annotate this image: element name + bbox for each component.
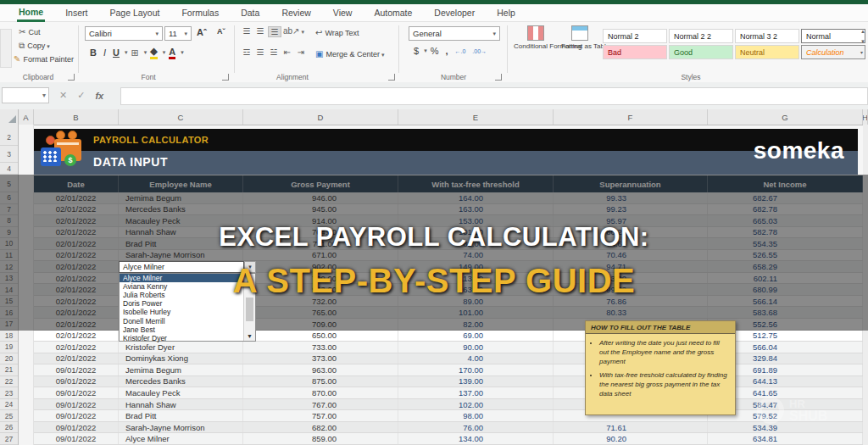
cell-tax-free-threshold[interactable]: 102.00 (398, 399, 554, 410)
cell-style-good[interactable]: Good (669, 45, 733, 59)
column-header-e[interactable]: E (398, 109, 554, 125)
cell-gross-payment[interactable]: 682.00 (243, 422, 398, 433)
ribbon-tab-insert[interactable]: Insert (64, 5, 89, 20)
cell-employee-name[interactable]: Dominykas Xiong (119, 353, 243, 364)
decrease-indent-button[interactable]: ⇤ (281, 47, 293, 57)
row-header-19[interactable]: 19 (0, 342, 18, 353)
cell-style-normal[interactable]: Normal (801, 29, 865, 43)
shrink-font-button[interactable]: Aˇ (217, 27, 225, 36)
wrap-text-button[interactable]: ↩Wrap Text (315, 28, 359, 37)
cell-date[interactable]: 09/01/2022 (34, 387, 119, 398)
cell-date[interactable]: 09/01/2022 (34, 422, 119, 433)
cell-style-normal-2[interactable]: Normal 2 (603, 29, 667, 43)
paste-button-clipped[interactable] (0, 29, 12, 68)
row-header-20[interactable]: 20 (0, 353, 18, 365)
cell-style-neutral[interactable]: Neutral (735, 45, 799, 59)
row-header-26[interactable]: 26 (0, 422, 18, 434)
format-as-table-button[interactable]: Format as Table (561, 25, 598, 50)
cell-gross-payment[interactable]: 767.00 (243, 399, 398, 410)
cut-button[interactable]: ✂Cut (19, 27, 40, 36)
row-header-27[interactable]: 27 (0, 433, 18, 445)
cell-employee-name[interactable]: Alyce Milner (119, 433, 243, 444)
dropdown-item-kristofer-dyer[interactable]: Kristofer Dyer (120, 334, 243, 342)
cell-employee-name[interactable]: Hannah Shaw (119, 399, 243, 410)
cell-employee-name[interactable]: Sarah-Jayne Morrison (119, 422, 243, 433)
dropdown-item-doris-power[interactable]: Doris Power (120, 299, 243, 308)
ribbon-tab-help[interactable]: Help (495, 5, 517, 20)
column-header-f[interactable]: F (554, 109, 708, 125)
cell-employee-name[interactable]: Jemima Begum (119, 364, 243, 375)
decrease-decimal-button[interactable]: .00→ (472, 48, 487, 54)
insert-function-icon[interactable]: fx (95, 91, 103, 101)
cell-superannuation[interactable]: 90.20 (554, 433, 708, 444)
column-header-c[interactable]: C (119, 109, 243, 125)
font-size-combo[interactable]: 11▾ (164, 26, 192, 41)
number-format-combo[interactable]: General▾ (409, 26, 500, 41)
comma-style-button[interactable]: , (445, 46, 448, 56)
cell-superannuation[interactable]: 71.61 (554, 422, 708, 433)
copy-button[interactable]: ⧉Copy▾ (19, 41, 50, 51)
conditional-formatting-button[interactable]: Conditional Formatting (514, 25, 558, 50)
cell-tax-free-threshold[interactable]: 139.00 (398, 376, 554, 387)
accounting-format-button[interactable]: $ (414, 46, 419, 56)
font-dialog-launcher[interactable] (222, 74, 229, 81)
align-top-button[interactable]: ☰ (241, 26, 253, 37)
increase-decimal-button[interactable]: ←.0 (454, 48, 465, 54)
align-left-button[interactable]: ☲ (241, 47, 253, 57)
cell-employee-name[interactable]: Mercedes Banks (119, 376, 243, 387)
cell-employee-name[interactable]: Macauley Peck (119, 387, 243, 398)
column-header-h[interactable]: H (863, 109, 868, 125)
column-header-d[interactable]: D (243, 109, 398, 125)
alignment-dialog-launcher[interactable] (388, 74, 395, 81)
row-header-24[interactable]: 24 (0, 399, 18, 411)
cell-date[interactable]: 09/01/2022 (34, 399, 119, 410)
cell-gross-payment[interactable]: 875.00 (243, 376, 398, 387)
ribbon-tab-automate[interactable]: Automate (372, 5, 414, 20)
cancel-icon[interactable]: ✕ (59, 90, 67, 101)
row-header-3[interactable]: 3 (0, 146, 18, 163)
enter-icon[interactable]: ✓ (77, 90, 85, 101)
ribbon-tab-developer[interactable]: Developer (432, 5, 476, 20)
font-color-button[interactable]: A (169, 47, 175, 59)
font-name-combo[interactable]: Calibri▾ (85, 26, 163, 41)
cell-date[interactable]: 09/01/2022 (34, 433, 119, 444)
select-all-corner[interactable] (0, 109, 19, 125)
column-header-g[interactable]: G (708, 109, 863, 125)
cell-gross-payment[interactable]: 733.00 (243, 342, 398, 353)
cell-employee-name[interactable]: Kristofer Dyer (119, 342, 243, 353)
cell-style-calculation[interactable]: Calculation (801, 45, 865, 59)
italic-button[interactable]: I (103, 47, 106, 58)
cell-tax-free-threshold[interactable]: 134.00 (398, 433, 554, 444)
cell-net-income[interactable]: 634.81 (708, 433, 863, 444)
ribbon-tab-formulas[interactable]: Formulas (180, 5, 220, 20)
gallery-up-icon[interactable]: ▲ (860, 29, 867, 34)
cell-date[interactable]: 02/01/2022 (34, 353, 119, 364)
dropdown-scroll-down-icon[interactable]: ▼ (244, 331, 255, 341)
cell-gross-payment[interactable]: 373.00 (243, 353, 398, 364)
cell-date[interactable]: 09/01/2022 (34, 364, 119, 375)
cell-date[interactable]: 09/01/2022 (34, 410, 119, 421)
align-middle-button[interactable]: ☰ (254, 26, 266, 37)
align-right-button[interactable]: ☱ (268, 47, 280, 57)
dropdown-item-jane-best[interactable]: Jane Best (120, 325, 243, 334)
cell-style-normal-2-2[interactable]: Normal 2 2 (669, 29, 733, 43)
row-header-4[interactable]: 4 (0, 163, 18, 175)
cell-gross-payment[interactable]: 963.00 (243, 364, 398, 375)
format-painter-button[interactable]: ✎Format Painter (14, 54, 74, 64)
cell-tax-free-threshold[interactable]: 137.00 (398, 387, 554, 398)
cell-employee-name[interactable]: Brad Pitt (119, 410, 243, 421)
cell-date[interactable]: 09/01/2022 (34, 376, 119, 387)
grow-font-button[interactable]: Aˆ (197, 27, 207, 37)
merge-center-button[interactable]: ▣Merge & Center▾ (315, 49, 385, 58)
cell-gross-payment[interactable]: 757.00 (243, 410, 398, 421)
gallery-down-icon[interactable]: ▼ (860, 39, 867, 44)
ribbon-tab-review[interactable]: Review (280, 5, 312, 20)
cell-tax-free-threshold[interactable]: 69.00 (398, 331, 554, 342)
cell-tax-free-threshold[interactable]: 76.00 (398, 422, 554, 433)
row-header-22[interactable]: 22 (0, 376, 18, 388)
row-header-2[interactable]: 2 (0, 129, 18, 146)
ribbon-tab-page-layout[interactable]: Page Layout (108, 5, 161, 20)
dropdown-item-donell-merrill[interactable]: Donell Merrill (120, 316, 243, 325)
underline-button[interactable]: U (113, 47, 120, 58)
ribbon-tab-home[interactable]: Home (17, 4, 45, 22)
